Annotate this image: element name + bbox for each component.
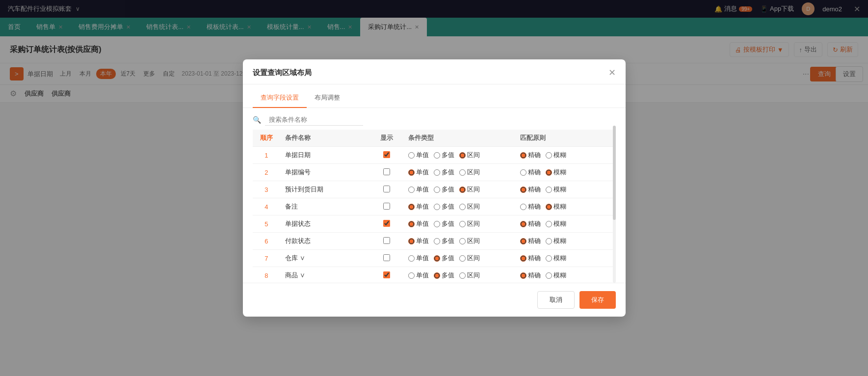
row-4-order: 4: [253, 198, 281, 215]
row-1-match-模糊[interactable]: 模糊: [546, 151, 566, 160]
save-button[interactable]: 保存: [579, 291, 616, 309]
row-2-match: 精确模糊: [515, 164, 616, 181]
row-3-type-单值[interactable]: 单值: [408, 185, 429, 194]
row-2-match-模糊[interactable]: 模糊: [546, 168, 566, 177]
row-8-type-单值[interactable]: 单值: [408, 271, 429, 280]
row-6-type: 单值多值区间: [403, 233, 515, 250]
row-1-type-单值[interactable]: 单值: [408, 151, 429, 160]
row-8-type-区间[interactable]: 区间: [459, 271, 480, 280]
conditions-table: 顺序 条件名称 显示 条件类型 匹配原则 1单据日期单值多值区间精确模糊2单据编…: [253, 130, 616, 283]
row-6-name: 付款状态: [280, 233, 369, 250]
row-1-type-区间[interactable]: 区间: [459, 151, 480, 160]
scrollbar-track[interactable]: [613, 126, 616, 283]
table-row: 3预计到货日期单值多值区间精确模糊: [253, 181, 616, 198]
tab-layout-adjust[interactable]: 布局调整: [307, 90, 348, 108]
row-1-match-精确[interactable]: 精确: [520, 151, 541, 160]
row-6-show[interactable]: [370, 233, 403, 250]
row-4-match: 精确模糊: [515, 198, 616, 215]
row-4-match-模糊[interactable]: 模糊: [546, 202, 566, 211]
row-8-show-checkbox[interactable]: [383, 271, 390, 278]
row-7-type-多值[interactable]: 多值: [434, 254, 454, 263]
row-4-type-单值[interactable]: 单值: [408, 202, 429, 211]
row-5-type-区间[interactable]: 区间: [459, 219, 480, 228]
row-5-order: 5: [253, 215, 281, 233]
row-7-show[interactable]: [370, 250, 403, 267]
row-4-type-多值[interactable]: 多值: [434, 202, 454, 211]
row-6-type-多值[interactable]: 多值: [434, 237, 454, 245]
row-8-match-模糊[interactable]: 模糊: [546, 271, 566, 280]
row-7-show-checkbox[interactable]: [383, 254, 390, 261]
row-8-type-多值[interactable]: 多值: [434, 271, 454, 280]
row-2-type-单值[interactable]: 单值: [408, 168, 429, 177]
row-7-type-区间[interactable]: 区间: [459, 254, 480, 263]
row-2-type: 单值多值区间: [403, 164, 515, 181]
row-2-type-多值[interactable]: 多值: [434, 168, 454, 177]
row-5-show-checkbox[interactable]: [383, 220, 390, 227]
modal-footer: 取消 保存: [243, 283, 626, 317]
modal-tabs: 查询字段设置 布局调整: [243, 84, 626, 108]
row-5-match: 精确模糊: [515, 215, 616, 233]
th-order: 顺序: [253, 130, 281, 147]
table-scroll-area: 顺序 条件名称 显示 条件类型 匹配原则 1单据日期单值多值区间精确模糊2单据编…: [253, 126, 616, 283]
table-row: 4备注单值多值区间精确模糊: [253, 198, 616, 215]
row-8-show[interactable]: [370, 267, 403, 283]
row-6-type-区间[interactable]: 区间: [459, 237, 480, 245]
row-3-match-模糊[interactable]: 模糊: [546, 185, 566, 194]
row-5-type-多值[interactable]: 多值: [434, 219, 454, 228]
scrollbar-thumb[interactable]: [613, 126, 616, 220]
row-7-match-模糊[interactable]: 模糊: [546, 254, 566, 263]
table-row: 6付款状态单值多值区间精确模糊: [253, 233, 616, 250]
row-6-type-单值[interactable]: 单值: [408, 237, 429, 245]
row-1-match: 精确模糊: [515, 147, 616, 164]
row-5-type-单值[interactable]: 单值: [408, 219, 429, 228]
row-7-type: 单值多值区间: [403, 250, 515, 267]
row-1-show-checkbox[interactable]: [383, 151, 390, 158]
table-row: 8商品 ∨单值多值区间精确模糊: [253, 267, 616, 283]
row-5-name: 单据状态: [280, 215, 369, 233]
row-2-name: 单据编号: [280, 164, 369, 181]
row-5-match-精确[interactable]: 精确: [520, 219, 541, 228]
row-6-match-精确[interactable]: 精确: [520, 237, 541, 245]
row-2-type-区间[interactable]: 区间: [459, 168, 480, 177]
table-row: 5单据状态单值多值区间精确模糊: [253, 215, 616, 233]
table-row: 7仓库 ∨单值多值区间精确模糊: [253, 250, 616, 267]
row-5-show[interactable]: [370, 215, 403, 233]
row-2-show[interactable]: [370, 164, 403, 181]
row-8-name: 商品 ∨: [280, 267, 369, 283]
row-1-show[interactable]: [370, 147, 403, 164]
row-2-order: 2: [253, 164, 281, 181]
row-3-show[interactable]: [370, 181, 403, 198]
row-8-match-精确[interactable]: 精确: [520, 271, 541, 280]
row-6-match-模糊[interactable]: 模糊: [546, 237, 566, 245]
row-4-name: 备注: [280, 198, 369, 215]
cancel-button[interactable]: 取消: [537, 291, 575, 309]
row-7-type-单值[interactable]: 单值: [408, 254, 429, 263]
row-3-order: 3: [253, 181, 281, 198]
row-4-match-精确[interactable]: 精确: [520, 202, 541, 211]
row-3-type-区间[interactable]: 区间: [459, 185, 480, 194]
th-match: 匹配原则: [515, 130, 616, 147]
row-3-name: 预计到货日期: [280, 181, 369, 198]
row-3-show-checkbox[interactable]: [383, 186, 390, 192]
table-row: 1单据日期单值多值区间精确模糊: [253, 147, 616, 164]
row-6-show-checkbox[interactable]: [383, 237, 390, 244]
row-7-order: 7: [253, 250, 281, 267]
search-input[interactable]: [265, 114, 363, 126]
table-row: 2单据编号单值多值区间精确模糊: [253, 164, 616, 181]
row-7-match-精确[interactable]: 精确: [520, 254, 541, 263]
tab-field-settings[interactable]: 查询字段设置: [253, 90, 307, 108]
row-7-name: 仓库 ∨: [280, 250, 369, 267]
row-6-order: 6: [253, 233, 281, 250]
row-3-match: 精确模糊: [515, 181, 616, 198]
row-1-type-多值[interactable]: 多值: [434, 151, 454, 160]
row-5-match-模糊[interactable]: 模糊: [546, 219, 566, 228]
row-4-show-checkbox[interactable]: [383, 203, 390, 210]
modal-close-button[interactable]: ✕: [608, 67, 616, 78]
row-2-show-checkbox[interactable]: [383, 168, 390, 175]
row-2-match-精确[interactable]: 精确: [520, 168, 541, 177]
row-4-show[interactable]: [370, 198, 403, 215]
row-8-match: 精确模糊: [515, 267, 616, 283]
row-3-type-多值[interactable]: 多值: [434, 185, 454, 194]
row-4-type-区间[interactable]: 区间: [459, 202, 480, 211]
row-3-match-精确[interactable]: 精确: [520, 185, 541, 194]
